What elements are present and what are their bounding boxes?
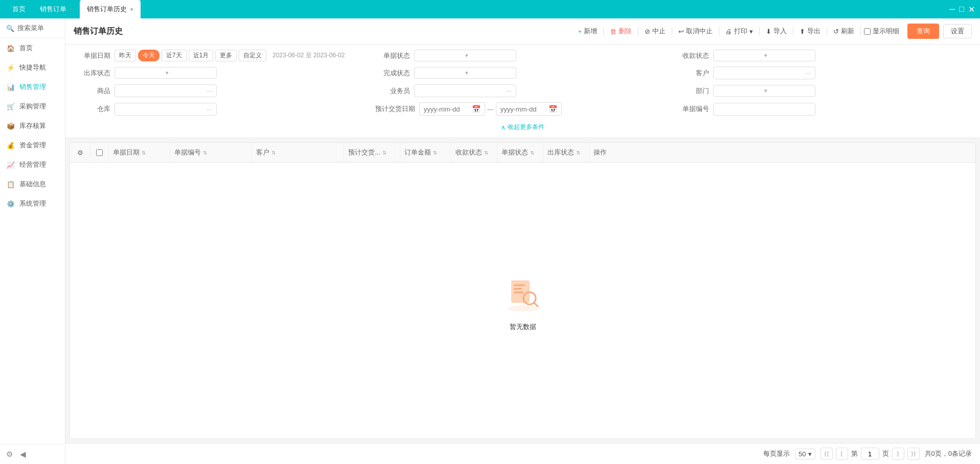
calendar-end-icon[interactable]: 📅 <box>549 105 557 113</box>
delivery-date-end-field[interactable] <box>500 105 546 113</box>
date-btn-today[interactable]: 今天 <box>138 50 159 61</box>
th-amount[interactable]: 订单金额 ⇅ <box>400 143 451 162</box>
page-next-btn[interactable]: ⟩ <box>892 448 904 460</box>
product-field[interactable] <box>119 87 207 95</box>
page-prev-btn[interactable]: ⟨ <box>836 448 848 460</box>
th-customer[interactable]: 客户 ⇅ <box>252 143 344 162</box>
delete-icon: 🗑 <box>610 28 617 35</box>
pay-status-select[interactable]: ▾ <box>713 50 815 61</box>
page-last-btn[interactable]: ⟩⟩ <box>907 448 920 460</box>
per-page-value: 50 <box>799 450 806 458</box>
sidebar-search-label: 搜索菜单 <box>17 24 44 33</box>
delete-btn[interactable]: 🗑 删除 <box>607 25 635 38</box>
out-status-label: 出库状态 <box>74 69 115 78</box>
doc-status-arrow-icon: ▾ <box>465 52 512 59</box>
th-doc-status[interactable]: 单据状态 ⇅ <box>497 143 543 162</box>
display-columns-label[interactable]: 显示明细 <box>864 27 899 36</box>
purchase-icon: 🛒 <box>6 102 15 111</box>
window-maximize-btn[interactable]: □ <box>959 5 964 14</box>
sidebar-item-operation[interactable]: 📈 经营管理 <box>0 155 65 174</box>
new-label: 新增 <box>584 27 597 36</box>
select-all-checkbox[interactable] <box>96 149 103 156</box>
settings-btn[interactable]: 设置 <box>943 24 972 38</box>
main-content: 销售订单历史 + 新增 🗑 删除 ⊘ 中止 ↩ <box>65 18 980 464</box>
settings-bottom-icon[interactable]: ⚙ <box>6 450 13 459</box>
sidebar-item-inventory-label: 库存核算 <box>19 121 46 130</box>
display-columns-checkbox[interactable] <box>864 28 871 35</box>
page-first-btn[interactable]: ⟨⟨ <box>821 448 833 460</box>
th-date[interactable]: 单据日期 ⇅ <box>109 143 170 162</box>
sidebar-item-purchase[interactable]: 🛒 采购管理 <box>0 97 65 116</box>
date-btn-yesterday[interactable]: 昨天 <box>115 50 136 61</box>
complete-status-select[interactable]: ▾ <box>414 67 516 79</box>
print-arrow-icon: ▾ <box>749 28 753 35</box>
sidebar-item-finance[interactable]: 💰 资金管理 <box>0 136 65 155</box>
sidebar-search[interactable]: 🔍 搜索菜单 <box>0 18 65 38</box>
tab-home[interactable]: 首页 <box>5 0 33 18</box>
th-pay-status[interactable]: 收款状态 ⇅ <box>451 143 497 162</box>
product-dots-icon[interactable]: ··· <box>207 87 212 95</box>
sidebar-item-sales[interactable]: 📊 销售管理 <box>0 77 65 97</box>
sort-delivery-icon: ⇅ <box>382 150 386 156</box>
tab-sales-order-close[interactable]: × <box>70 6 73 12</box>
filter-cell-delivery-date: 预计交货日期 📅 — 📅 <box>373 102 673 116</box>
svg-rect-4 <box>514 292 523 293</box>
customer-field[interactable] <box>718 69 805 77</box>
sidebar-item-quick-nav[interactable]: ⚡ 快捷导航 <box>0 58 65 77</box>
salesperson-field[interactable] <box>419 87 506 95</box>
out-status-select[interactable]: ▾ <box>115 67 217 79</box>
date-btn-custom[interactable]: 自定义 <box>239 50 266 61</box>
customer-dots-icon[interactable]: ··· <box>806 69 811 77</box>
new-btn[interactable]: + 新增 <box>575 25 600 38</box>
system-icon: ⚙️ <box>6 199 15 208</box>
stop-btn[interactable]: ⊘ 中止 <box>642 25 669 38</box>
sidebar-item-inventory[interactable]: 📦 库存核算 <box>0 116 65 136</box>
warehouse-dots-icon[interactable]: ··· <box>207 105 212 113</box>
cancel-stop-icon: ↩ <box>678 28 684 35</box>
export-btn[interactable]: ⬆ 导出 <box>796 25 824 38</box>
sidebar-bottom: ⚙ ◀ <box>0 444 65 464</box>
delivery-date-start-field[interactable] <box>424 105 470 113</box>
delivery-date-start: 📅 <box>419 102 485 116</box>
print-btn[interactable]: 🖨 打印 ▾ <box>722 25 756 38</box>
base-icon: 📋 <box>6 180 15 189</box>
date-btn-more[interactable]: 更多 <box>215 50 237 61</box>
th-check[interactable] <box>90 144 109 161</box>
collapse-sidebar-icon[interactable]: ◀ <box>20 450 26 459</box>
th-no[interactable]: 单据编号 ⇅ <box>170 143 252 162</box>
th-delivery[interactable]: 预计交货... ⇅ <box>344 143 400 162</box>
collapse-arrow-icon: ∧ <box>501 124 506 131</box>
doc-no-field[interactable] <box>718 105 811 113</box>
import-btn[interactable]: ⬇ 导入 <box>763 25 790 38</box>
salesperson-dots-icon[interactable]: ··· <box>506 87 512 95</box>
sidebar-item-system[interactable]: ⚙️ 系统管理 <box>0 194 65 213</box>
tab-sales-order-history-close[interactable]: × <box>130 6 133 12</box>
query-btn[interactable]: 查询 <box>907 24 939 39</box>
th-gear[interactable]: ⚙ <box>70 144 90 162</box>
refresh-btn[interactable]: ↺ 刷新 <box>830 25 857 38</box>
doc-status-select[interactable]: ▾ <box>414 50 516 61</box>
window-minimize-btn[interactable]: ─ <box>949 5 955 14</box>
department-select[interactable]: ▾ <box>713 85 815 97</box>
date-btn-7days[interactable]: 近7天 <box>162 50 187 61</box>
per-page-select[interactable]: 50 ▾ <box>795 449 815 459</box>
pay-status-label: 收款状态 <box>672 51 713 60</box>
cancel-stop-btn[interactable]: ↩ 取消中止 <box>675 25 716 38</box>
complete-status-arrow-icon: ▾ <box>465 70 512 76</box>
th-doc-status-label: 单据状态 <box>502 148 528 157</box>
sort-no-icon: ⇅ <box>203 150 207 156</box>
date-btn-1month[interactable]: 近1月 <box>189 50 214 61</box>
refresh-icon: ↺ <box>833 28 839 35</box>
sidebar-item-base[interactable]: 📋 基础信息 <box>0 174 65 194</box>
calendar-start-icon[interactable]: 📅 <box>472 105 481 113</box>
collapse-row[interactable]: ∧ 收起更多条件 <box>74 121 972 132</box>
tab-sales-order-history[interactable]: 销售订单历史 × <box>80 0 140 18</box>
warehouse-field[interactable] <box>119 105 207 113</box>
sidebar-item-home[interactable]: 🏠 首页 <box>0 38 65 58</box>
window-close-btn[interactable]: ✕ <box>968 5 975 14</box>
page-number-input[interactable] <box>861 448 879 460</box>
th-out-status[interactable]: 出库状态 ⇅ <box>543 143 589 162</box>
tab-sales-order[interactable]: 销售订单 × <box>33 0 80 18</box>
date-filter: 昨天 今天 近7天 近1月 更多 自定义 2023-06-02 至 2023-0… <box>115 50 345 61</box>
empty-state: 暂无数据 <box>70 163 975 438</box>
